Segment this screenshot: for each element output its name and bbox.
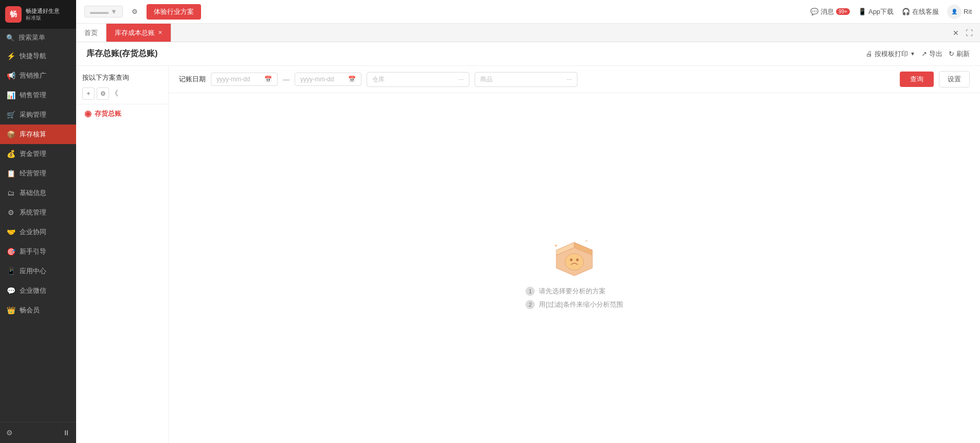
breadcrumb-text: ▬▬▬ (90, 8, 108, 15)
industry-solution-button[interactable]: 体验行业方案 (147, 4, 201, 20)
user-avatar: 👤 (947, 5, 961, 19)
svg-point-5 (576, 259, 579, 261)
breadcrumb[interactable]: ▬▬▬ ▼ (84, 6, 123, 17)
phone-icon: 📱 (858, 8, 866, 15)
sidebar-item-finance[interactable]: 💰 资金管理 (0, 144, 76, 164)
goods-select[interactable]: 商品 ··· (475, 72, 577, 87)
messages-badge: 99+ (836, 8, 850, 15)
audio-footer-button[interactable]: ⏸ (63, 429, 70, 437)
nav-label: 快捷导航 (20, 51, 46, 61)
page-header: 库存总账(存货总账) 🖨 按模板打印 ▼ ↗ 导出 ↻ 刷新 (76, 42, 980, 66)
nav-label: 畅会员 (20, 306, 40, 315)
tab-home-label: 首页 (84, 28, 98, 38)
tab-home[interactable]: 首页 (76, 24, 106, 42)
tab-close-all-button[interactable]: ✕ (949, 26, 963, 40)
filter-bar: 按以下方案查询 + ⚙ 《 (76, 69, 168, 104)
nav-label: 营销推广 (20, 71, 46, 80)
date-end-input[interactable]: yyyy-mm-dd 📅 (295, 73, 361, 86)
sidebar-item-sales[interactable]: 📊 销售管理 (0, 85, 76, 105)
quick-nav-icon: ⚡ (6, 51, 15, 61)
collapse-panel-button[interactable]: 《 (111, 89, 118, 98)
tab-expand-button[interactable]: ⛶ (963, 26, 976, 40)
filter-actions: + ⚙ 《 (82, 87, 118, 100)
empty-svg: ✦ ✦ ✦ (549, 227, 600, 278)
export-button[interactable]: ↗ 导出 (921, 49, 942, 59)
scheme-label: 存货总账 (95, 109, 121, 118)
app-badge: 标准版 (26, 14, 60, 22)
scheme-icon: ◉ (84, 109, 92, 118)
sidebar-item-system[interactable]: ⚙ 系统管理 (0, 203, 76, 222)
inventory-icon: 📦 (6, 130, 15, 139)
user-profile[interactable]: 👤 Rit (947, 5, 972, 19)
tab-close-button[interactable]: ✕ (158, 29, 162, 36)
sidebar: 畅 畅捷通好生意 标准版 🔍 搜索菜单 ⚡ 快捷导航 📢 营销推广 📊 销售管理… (0, 0, 76, 443)
settings-button[interactable]: 设置 (939, 71, 970, 87)
app-download-button[interactable]: 📱 App下载 (858, 7, 894, 16)
user-name: Rit (964, 8, 972, 15)
calendar-start-icon: 📅 (264, 76, 272, 83)
system-icon: ⚙ (6, 208, 15, 217)
sidebar-item-basic[interactable]: 🗂 基础信息 (0, 183, 76, 203)
sidebar-item-inventory[interactable]: 📦 库存核算 (0, 125, 76, 144)
app-name: 畅捷通好生意 (26, 7, 60, 14)
date-start-input[interactable]: yyyy-mm-dd 📅 (211, 73, 278, 86)
tip-text-2: 用[过滤]条件来缩小分析范围 (539, 300, 623, 309)
tab-inventory-ledger[interactable]: 库存成本总账 ✕ (106, 24, 171, 42)
purchase-icon: 🛒 (6, 110, 15, 119)
sidebar-item-marketing[interactable]: 📢 营销推广 (0, 66, 76, 85)
wechat-icon: 💬 (6, 286, 15, 295)
basic-icon: 🗂 (6, 188, 15, 198)
nav-label: 企业协同 (20, 227, 46, 237)
date-end-placeholder: yyyy-mm-dd (300, 76, 334, 83)
settings-scheme-button[interactable]: ⚙ (97, 87, 109, 100)
online-support-button[interactable]: 🎧 在线客服 (902, 7, 939, 16)
marketing-icon: 📢 (6, 71, 15, 80)
tip-text-1: 请先选择要分析的方案 (539, 287, 606, 296)
sidebar-item-operations[interactable]: 📋 经营管理 (0, 164, 76, 183)
filter-label: 按以下方案查询 (82, 73, 129, 82)
refresh-button[interactable]: ↻ 刷新 (949, 49, 970, 59)
sidebar-item-app-center[interactable]: 📱 应用中心 (0, 261, 76, 281)
sidebar-item-guide[interactable]: 🎯 新手引导 (0, 242, 76, 261)
sidebar-item-quick-nav[interactable]: ⚡ 快捷导航 (0, 46, 76, 66)
main-area: ▬▬▬ ▼ ⚙ 体验行业方案 💬 消息 99+ 📱 App下载 🎧 在线客服 (76, 0, 980, 443)
nav-label: 新手引导 (20, 247, 46, 256)
right-panel: 记账日期 yyyy-mm-dd 📅 — yyyy-mm-dd 📅 仓库 ··· (169, 66, 980, 443)
top-header: ▬▬▬ ▼ ⚙ 体验行业方案 💬 消息 99+ 📱 App下载 🎧 在线客服 (76, 0, 980, 24)
empty-illustration: ✦ ✦ ✦ (549, 227, 600, 278)
sidebar-nav: ⚡ 快捷导航 📢 营销推广 📊 销售管理 🛒 采购管理 📦 库存核算 💰 资金管… (0, 46, 76, 422)
print-button[interactable]: 🖨 按模板打印 ▼ (866, 49, 915, 59)
headset-icon: 🎧 (902, 8, 910, 15)
scheme-item-inventory-ledger[interactable]: ◉ 存货总账 (76, 104, 168, 122)
app-logo: 畅 畅捷通好生意 标准版 (0, 0, 76, 29)
messages-button[interactable]: 💬 消息 99+ (810, 7, 850, 16)
page-title: 库存总账(存货总账) (86, 48, 158, 59)
guide-icon: 🎯 (6, 247, 15, 256)
query-button[interactable]: 查询 (900, 72, 934, 87)
avatar-initials: 👤 (951, 9, 957, 14)
goods-more-icon: ··· (567, 76, 572, 83)
date-start-placeholder: yyyy-mm-dd (216, 76, 250, 83)
nav-label: 企业微信 (20, 286, 46, 295)
refresh-icon: ↻ (949, 50, 954, 58)
sidebar-item-purchase[interactable]: 🛒 采购管理 (0, 105, 76, 125)
app-center-icon: 📱 (6, 267, 15, 276)
content-area: 按以下方案查询 + ⚙ 《 ◉ 存货总账 记账日期 (76, 66, 980, 443)
nav-label: 经营管理 (20, 169, 46, 178)
page-header-actions: 🖨 按模板打印 ▼ ↗ 导出 ↻ 刷新 (866, 49, 970, 59)
header-settings-button[interactable]: ⚙ (127, 4, 142, 20)
sidebar-item-cooperation[interactable]: 🤝 企业协同 (0, 222, 76, 242)
settings-footer-button[interactable]: ⚙ (6, 429, 13, 437)
sidebar-search[interactable]: 🔍 搜索菜单 (0, 29, 76, 46)
add-scheme-button[interactable]: + (82, 87, 95, 100)
nav-label: 资金管理 (20, 149, 46, 158)
svg-text:✦: ✦ (585, 239, 588, 243)
tabs-bar: 首页 库存成本总账 ✕ ✕ ⛶ (76, 24, 980, 42)
empty-tips: 1 请先选择要分析的方案 2 用[过滤]条件来缩小分析范围 (525, 287, 623, 309)
warehouse-select[interactable]: 仓库 ··· (367, 72, 469, 87)
empty-tip-1: 1 请先选择要分析的方案 (525, 287, 623, 296)
sidebar-item-member[interactable]: 👑 畅会员 (0, 300, 76, 320)
warehouse-more-icon: ··· (459, 76, 464, 83)
sidebar-item-wechat[interactable]: 💬 企业微信 (0, 281, 76, 300)
export-icon: ↗ (921, 50, 927, 58)
